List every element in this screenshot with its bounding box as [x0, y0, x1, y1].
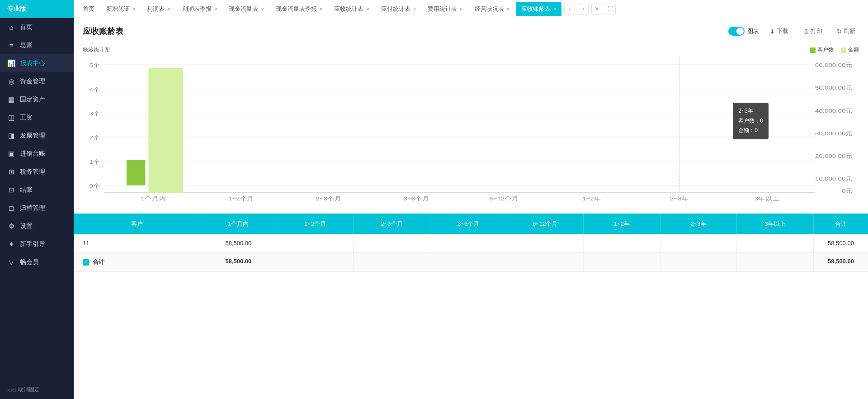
sidebar-item-home[interactable]: ⌂ 首页: [0, 18, 74, 36]
tab-expense-stat-close[interactable]: ×: [460, 6, 462, 12]
tab-cashflow-quarter-close[interactable]: ×: [320, 6, 322, 12]
legend-amount-label: 金额: [848, 46, 859, 54]
sidebar-item-label: 固定资产: [20, 95, 45, 104]
tab-ap-stat[interactable]: 应付统计表 ×: [376, 2, 421, 16]
tab-profit-label: 利润表: [147, 5, 165, 13]
svg-text:1~2年: 1~2年: [582, 195, 601, 201]
sidebar: 专业版 ⌂ 首页 ≡ 总账 📊 报表中心 ◎ 资金管理 ▦ 固定资产 ◫ 工资 …: [0, 0, 74, 399]
tab-voucher-close[interactable]: ×: [132, 6, 135, 12]
chart-toggle-label: 图表: [747, 27, 759, 35]
svg-text:20,000.00元: 20,000.00元: [815, 153, 853, 159]
refresh-icon: ↻: [837, 28, 842, 35]
salary-icon: ◫: [7, 114, 15, 122]
row-total: 58,500.00: [814, 234, 868, 252]
sidebar-item-reports[interactable]: 📊 报表中心: [0, 54, 74, 72]
tab-ar-aging[interactable]: 应收账龄表 ×: [516, 2, 561, 16]
table-row: 11 58,500.00 58,500.00: [74, 234, 868, 252]
tab-profit-quarter[interactable]: 利润表季报 ×: [177, 2, 222, 16]
total-6-12month: [507, 252, 584, 271]
print-icon: 🖨: [803, 28, 809, 35]
tab-bar: 首页 新增凭证 × 利润表 × 利润表季报 × 现金流量表 × 现金流量表季报 …: [74, 0, 868, 18]
legend-customers: 客户数: [810, 46, 834, 54]
tab-close-button[interactable]: ✕: [591, 4, 602, 14]
tab-voucher-label: 新增凭证: [106, 5, 130, 13]
tab-business-stat-close[interactable]: ×: [507, 6, 509, 12]
sidebar-item-funds[interactable]: ◎ 资金管理: [0, 72, 74, 90]
tab-voucher[interactable]: 新增凭证 ×: [101, 2, 141, 16]
sidebar-item-closing[interactable]: ⊡ 结账: [0, 181, 74, 199]
main-content: 首页 新增凭证 × 利润表 × 利润表季报 × 现金流量表 × 现金流量表季报 …: [74, 0, 868, 399]
sidebar-item-inventory[interactable]: ▣ 进销台账: [0, 145, 74, 163]
tab-cashflow-quarter[interactable]: 现金流量表季报 ×: [270, 2, 328, 16]
svg-text:1个月内: 1个月内: [141, 195, 166, 201]
bar-customers-1[interactable]: [127, 160, 146, 185]
tab-profit[interactable]: 利润表 ×: [142, 2, 175, 16]
tab-home-label: 首页: [83, 5, 94, 13]
total-row: ≡ 合计 58,500.00 58,500.00: [74, 252, 868, 272]
sidebar-item-guide[interactable]: ✦ 新手引导: [0, 235, 74, 253]
row-3year-plus: [737, 234, 814, 252]
sidebar-item-assets[interactable]: ▦ 固定资产: [0, 90, 74, 109]
tab-cashflow[interactable]: 现金流量表 ×: [223, 2, 269, 16]
svg-text:40,000.00元: 40,000.00元: [815, 108, 853, 114]
sidebar-item-label: 税务管理: [20, 168, 45, 176]
col-header-3-6month: 3~6个月: [430, 214, 507, 234]
tab-profit-close[interactable]: ×: [167, 6, 170, 12]
refresh-label: 刷新: [844, 27, 855, 35]
tab-prev-button[interactable]: ‹: [564, 4, 575, 14]
sidebar-item-settings[interactable]: ⚙ 设置: [0, 217, 74, 235]
bar-amount-1[interactable]: [148, 68, 183, 192]
tab-next-button[interactable]: ›: [578, 4, 589, 14]
sidebar-item-label: 总账: [20, 41, 33, 49]
download-label: 下载: [777, 27, 788, 35]
pin-icon: ◁◁: [7, 387, 15, 393]
sidebar-logo: 专业版: [0, 0, 74, 18]
tab-expense-stat[interactable]: 费用统计表 ×: [422, 2, 468, 16]
tab-profit-quarter-label: 利润表季报: [182, 5, 212, 13]
legend-customer-label: 客户数: [817, 46, 834, 54]
tab-ar-stat-close[interactable]: ×: [366, 6, 369, 12]
tab-profit-quarter-close[interactable]: ×: [214, 6, 217, 12]
sidebar-item-label: 结账: [20, 186, 33, 194]
col-header-1-2year: 1~2年: [584, 214, 660, 234]
svg-text:1~2个月: 1~2个月: [228, 195, 254, 201]
sidebar-item-ledger[interactable]: ≡ 总账: [0, 36, 74, 54]
sidebar-item-salary[interactable]: ◫ 工资: [0, 109, 74, 127]
sidebar-item-vip[interactable]: V 畅会员: [0, 253, 74, 271]
total-1-2month: [277, 252, 354, 271]
svg-text:3~6个月: 3~6个月: [403, 195, 429, 201]
row-1month: 58,500.00: [200, 234, 277, 252]
svg-text:2~3年: 2~3年: [670, 195, 689, 201]
tab-ar-stat[interactable]: 应收统计表 ×: [329, 2, 374, 16]
sidebar-item-invoice[interactable]: ◨ 发票管理: [0, 127, 74, 145]
tab-ar-stat-label: 应收统计表: [334, 5, 363, 13]
tab-ap-stat-close[interactable]: ×: [413, 6, 416, 12]
svg-text:30,000.00元: 30,000.00元: [815, 130, 853, 136]
row-1-2month: [277, 234, 354, 252]
total-2-3year: [660, 252, 737, 271]
sidebar-item-label: 归档管理: [20, 204, 45, 212]
sidebar-pin-toggle[interactable]: ◁◁ 取消固定: [0, 380, 74, 399]
svg-text:2个: 2个: [90, 135, 100, 141]
chart-toggle[interactable]: 图表: [728, 27, 759, 36]
sidebar-bottom-label: 取消固定: [18, 386, 40, 394]
tab-cashflow-close[interactable]: ×: [261, 6, 264, 12]
total-label: ≡ 合计: [74, 252, 200, 271]
refresh-button[interactable]: ↻ 刷新: [833, 25, 859, 37]
toggle-track[interactable]: [728, 27, 745, 36]
chart-area: 账龄统计图 客户数 金额 5个 4个 3个 2个 1个: [74, 42, 868, 214]
tab-ar-aging-close[interactable]: ×: [553, 6, 556, 12]
tab-home[interactable]: 首页: [77, 2, 100, 16]
print-button[interactable]: 🖨 打印: [799, 25, 826, 37]
toggle-thumb: [736, 28, 744, 35]
sidebar-item-tax[interactable]: ⊞ 税务管理: [0, 163, 74, 181]
sidebar-item-label: 设置: [20, 222, 33, 230]
sidebar-item-archive[interactable]: ◻ 归档管理: [0, 199, 74, 217]
svg-text:5个: 5个: [90, 62, 100, 68]
tab-business-stat[interactable]: 经营状况表 ×: [469, 2, 515, 16]
header-actions: 图表 ⬇ 下载 🖨 打印 ↻ 刷新: [728, 25, 859, 37]
tab-maximize-button[interactable]: ⛶: [605, 4, 616, 14]
svg-text:10,000.00元: 10,000.00元: [815, 176, 853, 182]
total-3-6month: [430, 252, 507, 271]
download-button[interactable]: ⬇ 下载: [766, 25, 792, 37]
